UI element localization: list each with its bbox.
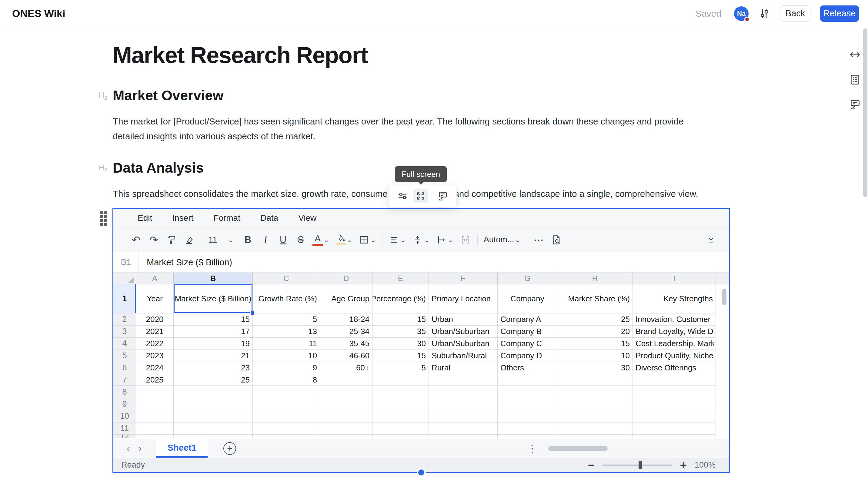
row-header-10[interactable]: 10 [113,410,136,422]
cell-H8[interactable] [557,386,633,398]
cell-I7[interactable] [633,374,716,386]
cell-H1[interactable]: Market Share (%) [557,284,633,314]
cell-H3[interactable]: 20 [557,326,633,338]
cell-F6[interactable]: Rural [429,362,498,374]
cell-B2[interactable]: 15 [174,314,253,326]
cell-D9[interactable] [320,398,372,410]
column-header-H[interactable]: H [557,273,633,284]
cell-C12[interactable] [253,434,320,438]
zoom-in-button[interactable]: + [680,459,687,471]
cell-H9[interactable] [557,398,633,410]
cell-I9[interactable] [633,398,716,410]
cell-E1[interactable]: Percentage (%) [372,284,429,314]
cell-B12[interactable] [174,434,253,438]
cell-H10[interactable] [557,410,633,422]
cell-H4[interactable]: 15 [557,338,633,350]
cell-B7[interactable]: 25 [174,374,253,386]
cell-C3[interactable]: 13 [253,326,320,338]
cell-C11[interactable] [253,422,320,434]
borders-button[interactable]: ⌄ [359,233,376,247]
text-wrap-button[interactable]: ⌄ [436,233,454,247]
menu-insert[interactable]: Insert [172,213,193,223]
cell-B8[interactable] [174,386,253,398]
cell-B11[interactable] [174,422,253,434]
settings-sliders-icon[interactable] [758,7,770,20]
comments-icon[interactable] [848,98,861,111]
page-scrollbar[interactable] [863,29,867,197]
cell-F9[interactable] [429,398,498,410]
row-header-8[interactable]: 8 [113,386,136,398]
cell-E8[interactable] [372,386,429,398]
row-header-1[interactable]: 1 [113,284,136,314]
cell-E11[interactable] [372,422,429,434]
menu-edit[interactable]: Edit [137,213,152,223]
cell-C4[interactable]: 11 [253,338,320,350]
formula-input[interactable]: Market Size ($ Billion) [139,252,232,272]
grid-vertical-scrollbar[interactable] [722,289,726,305]
cell-F5[interactable]: Suburban/Rural [429,350,498,362]
cell-B1[interactable]: Market Size ($ Billion) [174,284,253,314]
column-header-E[interactable]: E [372,273,429,284]
cell-C8[interactable] [253,386,320,398]
cell-E3[interactable]: 35 [372,326,429,338]
cell-D1[interactable]: Age Group [320,284,372,314]
cell-A7[interactable]: 2025 [136,374,174,386]
cell-A9[interactable] [136,398,174,410]
cell-D11[interactable] [320,422,372,434]
column-header-G[interactable]: G [498,273,557,284]
cell-H12[interactable] [557,434,633,438]
cell-D5[interactable]: 46-60 [320,350,372,362]
cell-F3[interactable]: Urban/Suburban [429,326,498,338]
cell-F1[interactable]: Primary Location [429,284,498,314]
cell-I3[interactable]: Brand Loyalty, Wide D [633,326,716,338]
column-header-B[interactable]: B [174,273,253,284]
font-color-button[interactable]: A ⌄ [312,233,330,247]
column-header-F[interactable]: F [429,273,498,284]
cell-E10[interactable] [372,410,429,422]
outline-icon[interactable] [848,73,861,86]
cell-B10[interactable] [174,410,253,422]
cell-E6[interactable]: 5 [372,362,429,374]
row-header-2[interactable]: 2 [113,314,136,326]
cell-A6[interactable]: 2024 [136,362,174,374]
column-header-D[interactable]: D [320,273,372,284]
next-sheet-icon[interactable]: › [134,443,146,454]
row-header-3[interactable]: 3 [113,326,136,338]
cell-E12[interactable] [372,434,429,438]
cell-E4[interactable]: 30 [372,338,429,350]
cell-E7[interactable] [372,374,429,386]
cell-A1[interactable]: Year [136,284,174,314]
cell-I5[interactable]: Product Quality, Niche [633,350,716,362]
cell-I6[interactable]: Diverse Offerings [633,362,716,374]
row-header-11[interactable]: 11 [113,422,136,434]
cell-D10[interactable] [320,410,372,422]
cell-B9[interactable] [174,398,253,410]
cell-A8[interactable] [136,386,174,398]
cell-G3[interactable]: Company B [498,326,557,338]
column-header-A[interactable]: A [136,273,174,284]
zoom-slider-handle[interactable] [639,461,642,469]
cell-I11[interactable] [633,422,716,434]
cell-G5[interactable]: Company D [498,350,557,362]
cell-E2[interactable]: 15 [372,314,429,326]
fullscreen-icon[interactable] [413,189,428,203]
row-header-7[interactable]: 7 [113,374,136,386]
cell-G6[interactable]: Others [498,362,557,374]
italic-button[interactable]: I [260,233,271,247]
cell-C7[interactable]: 8 [253,374,320,386]
embed-caption-icon[interactable] [435,189,450,203]
cell-G7[interactable] [498,374,557,386]
cell-H6[interactable]: 30 [557,362,633,374]
cell-B3[interactable]: 17 [174,326,253,338]
embed-resize-handle[interactable] [417,468,426,477]
sheet-tab-sheet1[interactable]: Sheet1 [156,439,208,458]
fill-color-button[interactable]: ⌄ [336,233,352,247]
expand-width-icon[interactable] [848,48,861,61]
cell-G1[interactable]: Company [498,284,557,314]
cell-D12[interactable] [320,434,372,438]
cell-C2[interactable]: 5 [253,314,320,326]
back-button[interactable]: Back [780,5,810,22]
eraser-icon[interactable] [183,233,194,247]
menu-format[interactable]: Format [213,213,240,223]
merge-cells-button[interactable] [460,233,471,247]
